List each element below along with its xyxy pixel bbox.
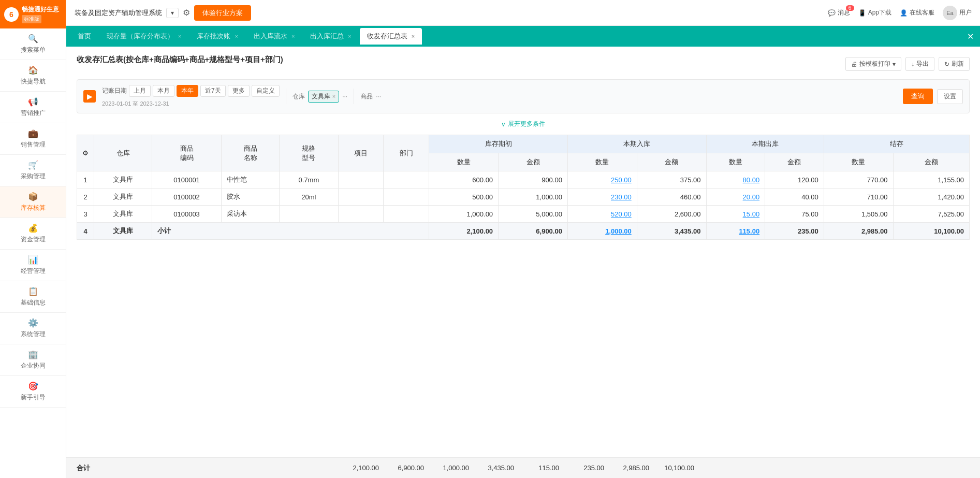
sidebar-item-label: 搜索菜单 <box>21 46 46 54</box>
refresh-icon: ↻ <box>944 61 949 68</box>
cell-opening-qty: 500.00 <box>429 189 499 206</box>
sidebar-item-label: 资金管理 <box>21 235 46 244</box>
filter-separator-2 <box>354 89 354 104</box>
warehouse-tag-close[interactable]: × <box>332 93 335 99</box>
table-subheader-out-qty: 数量 <box>706 153 765 171</box>
warehouse-tag[interactable]: 文具库 × <box>308 91 339 103</box>
cell-project <box>338 189 384 206</box>
sidebar-item-finance[interactable]: 💰 资金管理 <box>0 218 66 250</box>
header-left: 装备及固定资产辅助管理系统 ▾ ⚙ 体验行业方案 <box>75 5 251 21</box>
online-service-action[interactable]: 👤 在线客服 <box>900 8 934 17</box>
footer-total-label: 合计 <box>77 463 118 473</box>
tab-bar-close-button[interactable]: ✕ <box>965 30 976 44</box>
cell-closing-qty: 770.00 <box>824 171 893 189</box>
printer-icon: 🖨 <box>851 61 857 68</box>
subtotal-row: 4 文具库 小计 2,100.00 6,900.00 1,000.00 3,43… <box>77 223 970 240</box>
sidebar-item-inventory[interactable]: 📦 库存核算 <box>0 186 66 218</box>
cell-product-code: 0100001 <box>152 171 222 189</box>
tab-close-icon[interactable]: × <box>178 33 181 39</box>
system-icon: ⚙️ <box>28 318 38 328</box>
cell-out-qty[interactable]: 80.00 <box>706 171 765 189</box>
date-btn-7days[interactable]: 近7天 <box>200 85 226 97</box>
refresh-button[interactable]: ↻ 刷新 <box>939 57 970 71</box>
table-settings-header[interactable]: ⚙ <box>77 135 94 171</box>
cell-opening-amount: 900.00 <box>499 171 568 189</box>
sidebar-item-label: 库存核算 <box>21 204 46 212</box>
messages-action[interactable]: 💬 消息 6 <box>828 8 850 17</box>
sidebar-item-purchase[interactable]: 🛒 采购管理 <box>0 155 66 186</box>
date-btn-last-month[interactable]: 上月 <box>129 85 151 97</box>
sidebar-item-quicknav[interactable]: 🏠 快捷导航 <box>0 60 66 92</box>
date-btn-this-month[interactable]: 本月 <box>153 85 174 97</box>
sidebar-item-operation[interactable]: 📊 经营管理 <box>0 250 66 281</box>
tab-inventory-dist[interactable]: 现存量（库存分布表） × <box>99 28 188 45</box>
tab-batch-account[interactable]: 库存批次账 × <box>189 28 245 45</box>
cell-in-qty[interactable]: 520.00 <box>567 206 637 223</box>
tab-in-out-summary[interactable]: 出入库汇总 × <box>303 28 358 45</box>
table-header-closing: 结存 <box>824 135 969 153</box>
tab-close-icon[interactable]: × <box>348 33 351 39</box>
tab-receive-send-summary[interactable]: 收发存汇总表 × <box>360 28 422 45</box>
date-btn-custom[interactable]: 自定义 <box>252 85 280 97</box>
table-row: 2 文具库 0100002 胶水 20ml 500.00 1,000.00 23… <box>77 189 970 206</box>
tab-close-icon[interactable]: × <box>235 33 238 39</box>
cell-in-amount: 460.00 <box>637 189 706 206</box>
footer-closing-qty: 2,985.00 <box>616 464 654 472</box>
sidebar-item-sales[interactable]: 💼 销售管理 <box>0 123 66 155</box>
sidebar-item-system[interactable]: ⚙️ 系统管理 <box>0 313 66 344</box>
filter-bar: ▶ 记账日期 上月 本月 本年 近7天 更多 自定义 2023-01-01 至 … <box>77 79 970 113</box>
filter-settings-button[interactable]: 设置 <box>937 89 963 104</box>
sidebar-item-enterprise[interactable]: 🏢 企业协同 <box>0 344 66 376</box>
footer-total-bar: 合计2,100.006,900.001,000.003,435.00115.00… <box>66 457 980 478</box>
tab-close-icon[interactable]: × <box>291 33 295 39</box>
cell-out-qty[interactable]: 15.00 <box>706 206 765 223</box>
sidebar: 6 畅捷通好生意 标准版 🔍 搜索菜单 🏠 快捷导航 📢 营销推广 💼 销售管理… <box>0 0 66 478</box>
sidebar-item-basic-info[interactable]: 📋 基础信息 <box>0 281 66 313</box>
cell-warehouse: 文具库 <box>94 206 152 223</box>
product-more-button[interactable]: ··· <box>376 93 381 100</box>
cell-product-spec <box>280 206 339 223</box>
table-header-in: 本期入库 <box>567 135 706 153</box>
table-header-warehouse: 仓库 <box>94 135 152 171</box>
data-table: ⚙ 仓库 商品编码 商品名称 规格型号 项目 部门 库存期初 本期入库 本期出库… <box>77 135 970 240</box>
expand-more-button[interactable]: ∨ 展开更多条件 <box>77 118 970 131</box>
app-download-action[interactable]: 📱 App下载 <box>858 8 891 17</box>
date-btn-this-year[interactable]: 本年 <box>177 85 198 97</box>
table-header-opening: 库存期初 <box>429 135 568 153</box>
filter-product-field: 商品 ··· <box>360 92 381 101</box>
sidebar-item-label: 营销推广 <box>21 109 46 118</box>
export-button[interactable]: ↓ 导出 <box>905 57 934 71</box>
sidebar-item-marketing[interactable]: 📢 营销推广 <box>0 92 66 123</box>
cell-product-spec: 20ml <box>280 189 339 206</box>
filter-toggle-button[interactable]: ▶ <box>83 90 96 103</box>
tab-home[interactable]: 首页 <box>70 28 98 45</box>
logo-icon: 6 <box>4 7 19 22</box>
sidebar-item-label: 销售管理 <box>21 140 46 149</box>
table-header-product-code: 商品编码 <box>152 135 222 171</box>
table-row: 3 文具库 0100003 采访本 1,000.00 5,000.00 520.… <box>77 206 970 223</box>
settings-icon[interactable]: ⚙ <box>183 8 190 18</box>
cell-in-qty[interactable]: 250.00 <box>567 171 637 189</box>
tab-in-out-flow[interactable]: 出入库流水 × <box>246 28 302 45</box>
sidebar-item-newbie[interactable]: 🎯 新手引导 <box>0 376 66 408</box>
print-button[interactable]: 🖨 按模板打印 ▾ <box>845 57 901 71</box>
sidebar-item-label: 经营管理 <box>21 267 46 276</box>
warehouse-filter-label: 仓库 <box>292 92 305 101</box>
cell-in-qty[interactable]: 230.00 <box>567 189 637 206</box>
main-area: 装备及固定资产辅助管理系统 ▾ ⚙ 体验行业方案 💬 消息 6 📱 App下载 … <box>66 0 980 478</box>
subtotal-opening-qty: 2,100.00 <box>429 223 499 240</box>
subtotal-out-qty[interactable]: 115.00 <box>706 223 765 240</box>
footer-in-amount: 3,435.00 <box>480 464 519 472</box>
cell-out-amount: 40.00 <box>765 189 824 206</box>
tab-close-icon[interactable]: × <box>412 33 415 39</box>
system-dropdown[interactable]: ▾ <box>166 8 179 18</box>
inventory-icon: 📦 <box>28 192 38 201</box>
experience-button[interactable]: 体验行业方案 <box>194 5 251 21</box>
subtotal-in-qty[interactable]: 1,000.00 <box>567 223 637 240</box>
sidebar-item-search[interactable]: 🔍 搜索菜单 <box>0 28 66 60</box>
query-button[interactable]: 查询 <box>903 89 933 104</box>
warehouse-more-button[interactable]: ··· <box>342 93 347 100</box>
cell-out-qty[interactable]: 20.00 <box>706 189 765 206</box>
date-btn-more[interactable]: 更多 <box>228 85 250 97</box>
user-action[interactable]: Ea 用户 <box>943 6 972 20</box>
